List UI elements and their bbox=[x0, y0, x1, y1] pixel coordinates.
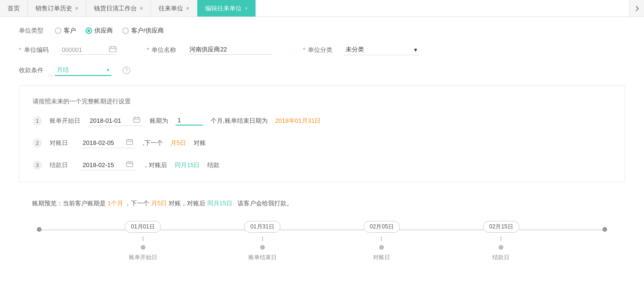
row-label-3: 结款日 bbox=[50, 161, 73, 169]
node-label-4: 结款日 bbox=[492, 253, 509, 262]
tab-partner[interactable]: 往来单位 × bbox=[151, 0, 197, 17]
node-label-2: 账单结束日 bbox=[248, 253, 277, 262]
period-card: 请按照未来的一个完整帐期进行设置 1 账单开始日 账期为 个月,账单结束日期为 … bbox=[19, 85, 625, 182]
row2-highlight: 月5日 bbox=[170, 139, 186, 147]
unit-type-label: 单位类型 bbox=[19, 26, 43, 35]
node-date-4: 02月15日 bbox=[483, 221, 519, 233]
calendar-icon-1[interactable] bbox=[133, 116, 140, 125]
row1-highlight-date: 2018年01月31日 bbox=[275, 117, 321, 125]
card-title: 请按照未来的一个完整帐期进行设置 bbox=[33, 97, 611, 106]
node-date-3: 02月05日 bbox=[364, 221, 400, 233]
node-date-1: 01月01日 bbox=[125, 221, 161, 233]
node-dot-3 bbox=[379, 245, 384, 250]
unit-code-icon[interactable] bbox=[109, 45, 117, 54]
unit-code-input[interactable] bbox=[60, 45, 107, 54]
payment-row: 收款条件 月结 ▾ ? bbox=[19, 65, 625, 76]
close-tab-edit-partner[interactable]: × bbox=[245, 5, 248, 12]
month-input-wrap bbox=[176, 116, 203, 126]
period-row-2: 2 对账日 ,下一个 月5日 对账 bbox=[33, 137, 611, 148]
node-label-1: 账单开始日 bbox=[129, 253, 157, 262]
payment-select[interactable]: 月结 ▾ bbox=[55, 65, 111, 76]
svg-rect-8 bbox=[127, 140, 133, 144]
tab-home[interactable]: 首页 bbox=[0, 0, 28, 17]
unit-category-label: * 单位分类 bbox=[303, 46, 332, 54]
date-field-2[interactable] bbox=[83, 139, 124, 146]
timeline-dot-left bbox=[37, 227, 42, 232]
timeline-node-4: 02月15日 结款日 bbox=[483, 221, 519, 262]
node-dot-2 bbox=[260, 245, 265, 250]
row3-after-text: 结款 bbox=[207, 161, 220, 169]
tab-bar: 首页 销售订单历史 × 钱货日清工作台 × 往来单位 × 编辑往来单位 × bbox=[0, 0, 644, 17]
row1-before-text: 账期为 bbox=[150, 117, 168, 125]
row3-highlight: 同月15日 bbox=[175, 161, 200, 169]
row-label-1: 账单开始日 bbox=[50, 117, 80, 125]
date-field-1[interactable] bbox=[90, 117, 131, 124]
unit-name-label: * 单位名称 bbox=[147, 46, 177, 54]
radio-circle-customer bbox=[55, 27, 61, 34]
close-tab-partner[interactable]: × bbox=[186, 5, 189, 12]
date-input-2 bbox=[81, 137, 135, 148]
unit-code-field bbox=[60, 45, 117, 55]
radio-both[interactable]: 客户/供应商 bbox=[122, 26, 164, 35]
preview-text: 账期预览：当前客户账期是 1个月 ，下一个 月5日 对账，对账后 同月15日 该… bbox=[32, 199, 612, 208]
payment-chevron-icon: ▾ bbox=[107, 67, 110, 73]
svg-rect-12 bbox=[127, 162, 133, 167]
svg-rect-0 bbox=[110, 47, 116, 52]
month-input[interactable] bbox=[178, 117, 201, 124]
tab-sales-history[interactable]: 销售订单历史 × bbox=[28, 0, 86, 17]
unit-name-input[interactable] bbox=[187, 45, 272, 55]
preview-section: 账期预览：当前客户账期是 1个月 ，下一个 月5日 对账，对账后 同月15日 该… bbox=[19, 192, 625, 269]
timeline-nodes: 01月01日 账单开始日 01月31日 账单结束日 02月05日 bbox=[37, 221, 607, 262]
row-label-2: 对账日 bbox=[50, 139, 73, 147]
row-num-1: 1 bbox=[33, 116, 42, 126]
help-icon[interactable]: ? bbox=[123, 67, 130, 74]
timeline-dot-right bbox=[602, 227, 607, 232]
tab-more-arrow[interactable] bbox=[629, 0, 644, 17]
row1-after-text: 个月,账单结束日期为 bbox=[211, 117, 268, 125]
row2-before-text: ,下一个 bbox=[143, 139, 163, 147]
period-row-3: 3 结款日 ，对账后 同月15日 结款 bbox=[33, 160, 611, 170]
row-num-2: 2 bbox=[33, 138, 42, 148]
radio-circle-supplier bbox=[85, 27, 92, 34]
timeline: 01月01日 账单开始日 01月31日 账单结束日 02月05日 bbox=[32, 221, 612, 262]
timeline-node-3: 02月05日 对账日 bbox=[364, 221, 400, 262]
row2-after-text: 对账 bbox=[194, 139, 206, 147]
node-dot-1 bbox=[141, 245, 145, 250]
payment-label: 收款条件 bbox=[19, 66, 43, 75]
timeline-right-dot bbox=[602, 227, 607, 232]
radio-circle-both bbox=[122, 27, 129, 34]
tab-cash-work[interactable]: 钱货日清工作台 × bbox=[86, 0, 151, 17]
row3-before-text: ，对账后 bbox=[143, 161, 167, 169]
period-row-1: 1 账单开始日 账期为 个月,账单结束日期为 2018年01月31日 bbox=[33, 115, 611, 126]
node-dot-4 bbox=[499, 245, 503, 250]
date-input-1 bbox=[88, 115, 142, 126]
date-field-3[interactable] bbox=[83, 161, 124, 169]
row-num-3: 3 bbox=[33, 160, 42, 170]
timeline-left-dot bbox=[37, 227, 42, 232]
unit-info-row: * 单位编码 * 单位名称 * 单位分类 未分类 ▾ bbox=[19, 44, 625, 55]
radio-supplier[interactable]: 供应商 bbox=[85, 26, 113, 35]
close-tab-cash-work[interactable]: × bbox=[140, 5, 143, 12]
unit-type-row: 单位类型 客户 供应商 客户/供应商 bbox=[19, 26, 625, 35]
date-input-3 bbox=[81, 160, 135, 170]
unit-type-radio-group: 客户 供应商 客户/供应商 bbox=[55, 26, 164, 35]
svg-rect-4 bbox=[134, 118, 140, 122]
timeline-node-2: 01月31日 账单结束日 bbox=[244, 221, 280, 262]
radio-customer[interactable]: 客户 bbox=[55, 26, 76, 35]
tab-edit-partner[interactable]: 编辑往来单位 × bbox=[197, 0, 256, 17]
unit-category-select[interactable]: 未分类 ▾ bbox=[344, 44, 419, 55]
close-tab-sales-history[interactable]: × bbox=[75, 5, 78, 12]
node-label-3: 对账日 bbox=[373, 253, 390, 262]
main-content: 单位类型 客户 供应商 客户/供应商 * 单位编码 bbox=[0, 17, 644, 287]
chevron-down-icon: ▾ bbox=[414, 46, 417, 53]
unit-code-label: * 单位编码 bbox=[19, 46, 49, 54]
calendar-icon-2[interactable] bbox=[126, 138, 133, 147]
calendar-icon-3[interactable] bbox=[126, 160, 133, 169]
node-date-2: 01月31日 bbox=[244, 221, 280, 233]
timeline-node-1: 01月01日 账单开始日 bbox=[125, 221, 161, 262]
